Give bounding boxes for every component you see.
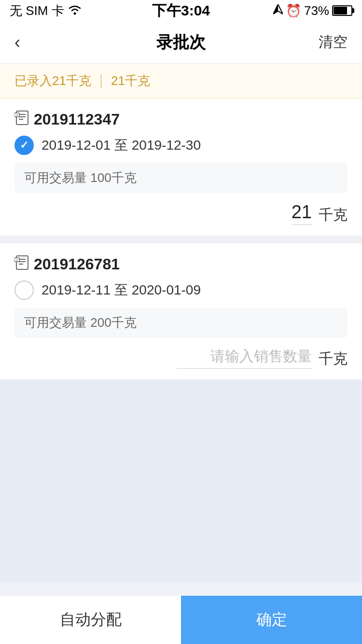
summary-recorded: 已录入21千克	[14, 72, 91, 89]
batch2-date-row[interactable]: 2019-12-11 至 2020-01-09	[14, 280, 348, 300]
confirm-button[interactable]: 确定	[181, 596, 362, 644]
batch1-id: 2019112347	[34, 111, 120, 128]
battery-icon	[332, 5, 352, 16]
batch1-date-row[interactable]: 2019-12-01 至 2019-12-30	[14, 136, 348, 155]
batch2-quantity-line	[177, 368, 312, 369]
wifi-icon	[68, 3, 82, 18]
batch1-quantity-wrap[interactable]: 21	[292, 202, 312, 225]
batch-card-1: ≡ 2019112347 2019-12-01 至 2019-12-30 可用交…	[0, 98, 362, 193]
batch1-available: 可用交易量 100千克	[14, 163, 348, 193]
status-right: ⏰ 73%	[273, 3, 352, 18]
batch2-date: 2019-12-11 至 2020-01-09	[42, 281, 201, 299]
batch1-header: ≡ 2019112347	[14, 110, 348, 129]
status-left: 无 SIM 卡	[10, 2, 82, 19]
svg-text:≡: ≡	[16, 258, 18, 262]
batch2-id: 2019126781	[34, 255, 120, 273]
batch1-unit: 千克	[319, 205, 348, 225]
carrier-text: 无 SIM 卡	[10, 2, 64, 19]
page-title: 录批次	[156, 31, 206, 54]
nav-bar: ‹ 录批次 清空	[0, 21, 362, 64]
alarm-icon: ⏰	[286, 3, 301, 18]
status-bar: 无 SIM 卡 下午3:04 ⏰ 73%	[0, 0, 362, 21]
batch2-available: 可用交易量 200千克	[14, 308, 348, 338]
batch2-icon: ≡	[14, 255, 30, 274]
summary-total: 21千克	[111, 72, 150, 89]
location-icon	[273, 3, 283, 18]
clear-button[interactable]: 清空	[319, 32, 348, 52]
batch2-quantity-wrap[interactable]: 请输入销售数量	[177, 347, 312, 369]
batch2-unit: 千克	[319, 349, 348, 369]
svg-point-0	[73, 12, 76, 14]
summary-divider	[101, 74, 101, 88]
batch1-icon: ≡	[14, 110, 30, 129]
bottom-bar: 自动分配 确定	[0, 596, 362, 644]
batch-card-2: ≡ 2019126781 2019-12-11 至 2020-01-09 可用交…	[0, 243, 362, 338]
batch1-radio[interactable]	[14, 136, 34, 155]
status-time: 下午3:04	[152, 1, 210, 21]
svg-marker-2	[273, 4, 278, 14]
batch2-quantity-placeholder[interactable]: 请输入销售数量	[210, 347, 312, 366]
bottom-gray-area	[0, 379, 362, 582]
section-separator-1	[0, 236, 362, 243]
summary-bar: 已录入21千克 21千克	[0, 64, 362, 98]
battery-percent: 73%	[304, 3, 329, 18]
back-button[interactable]: ‹	[14, 32, 20, 53]
batch1-quantity-value: 21	[292, 202, 312, 223]
batch1-quantity-line	[292, 224, 312, 225]
auto-distribute-button[interactable]: 自动分配	[0, 596, 181, 644]
batch2-header: ≡ 2019126781	[14, 255, 348, 274]
batch1-date: 2019-12-01 至 2019-12-30	[42, 136, 201, 154]
content-area: ≡ 2019112347 2019-12-01 至 2019-12-30 可用交…	[0, 98, 362, 379]
batch2-radio[interactable]	[14, 280, 34, 300]
svg-text:≡: ≡	[16, 113, 18, 117]
